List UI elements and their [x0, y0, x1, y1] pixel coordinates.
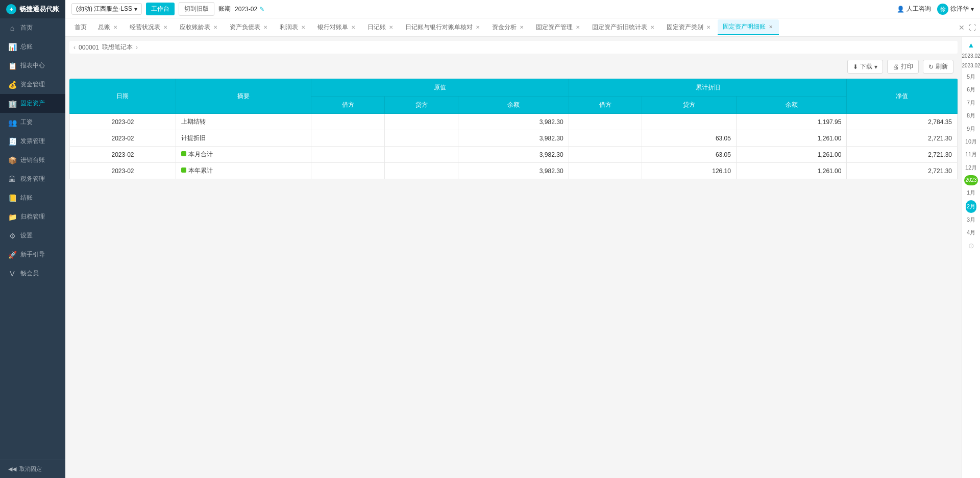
tab-operations-close[interactable]: ✕	[162, 24, 168, 31]
scroll-up-button[interactable]: ▲	[966, 39, 977, 51]
cell-orig-credit	[385, 130, 458, 147]
month-item-5月[interactable]: 5月	[964, 70, 978, 83]
cell-dep-balance: 1,261.00	[736, 163, 847, 179]
col-dep-debit: 借方	[569, 97, 642, 114]
tab-balance-sheet-close[interactable]: ✕	[262, 24, 268, 31]
sidebar-item-7[interactable]: 📦进销台账	[0, 151, 65, 170]
sidebar-item-13[interactable]: V畅会员	[0, 264, 65, 283]
sidebar-item-10[interactable]: 📁归档管理	[0, 207, 65, 226]
table-row: 2023-02 上期结转 3,982.30 1,197.95 2,784.35	[70, 114, 958, 130]
summary-tag	[181, 151, 186, 156]
help-button[interactable]: 👤 人工咨询	[897, 5, 931, 13]
tab-fa-management[interactable]: 固定资产管理 ✕	[531, 20, 586, 35]
month-2023-item-4月[interactable]: 4月	[964, 226, 978, 239]
tab-journal-close[interactable]: ✕	[388, 24, 394, 31]
sidebar-item-8[interactable]: 🏛税务管理	[0, 170, 65, 188]
tab-fa-detail-close[interactable]: ✕	[768, 23, 774, 30]
detail-table: 日期 摘要 原值 累计折旧 净值 借方 贷方 余额 借方 贷方 余额	[69, 79, 958, 179]
main-area: (勿动) 江西服垒-LSS ▾ 工作台 切到旧版 账期 2023-02 ✎ 👤 …	[65, 0, 980, 478]
sidebar-nav: ⌂首页📊总账📋报表中心💰资金管理🏢固定资产👥工资🧾发票管理📦进销台账🏛税务管理📒…	[0, 18, 65, 460]
tab-ar-aging-close[interactable]: ✕	[212, 24, 218, 31]
month-item-11月[interactable]: 11月	[964, 148, 978, 161]
workbench-button[interactable]: 工作台	[146, 3, 175, 15]
tab-income-close[interactable]: ✕	[300, 24, 306, 31]
edit-period-icon[interactable]: ✎	[259, 6, 264, 13]
month-2023-item-3月[interactable]: 3月	[964, 213, 978, 226]
sidebar-label-6: 发票管理	[20, 137, 45, 146]
cell-orig-debit	[311, 130, 385, 147]
month-item-8月[interactable]: 8月	[964, 109, 978, 122]
cell-date: 2023-02	[70, 147, 176, 163]
month-item-9月[interactable]: 9月	[964, 123, 978, 135]
tab-fa-detail[interactable]: 固定资产明细账 ✕	[718, 19, 779, 35]
sidebar-item-2[interactable]: 📋报表中心	[0, 56, 65, 75]
month-2023-item-2月[interactable]: 2月	[966, 200, 976, 213]
tab-bank-statement[interactable]: 银行对账单 ✕	[312, 20, 361, 35]
month-item-10月[interactable]: 10月	[964, 135, 978, 148]
tab-balance-sheet[interactable]: 资产负债表 ✕	[225, 20, 274, 35]
user-avatar: 徐	[937, 4, 948, 15]
tab-ledger-close[interactable]: ✕	[112, 24, 118, 31]
cell-dep-balance: 1,261.00	[736, 130, 847, 147]
sidebar-label-10: 归档管理	[20, 212, 45, 221]
right-panel-date-2: 2023.02	[962, 61, 980, 70]
tab-income[interactable]: 利润表 ✕	[275, 20, 311, 35]
month-item-12月[interactable]: 12月	[964, 161, 978, 174]
breadcrumb-forward-arrow[interactable]: ›	[136, 44, 138, 51]
sidebar-icon-0: ⌂	[8, 24, 16, 32]
tab-fa-category-close[interactable]: ✕	[705, 24, 712, 31]
sidebar-item-5[interactable]: 👥工资	[0, 113, 65, 132]
tab-fa-management-close[interactable]: ✕	[575, 24, 581, 31]
print-button[interactable]: 🖨 打印	[887, 60, 919, 74]
breadcrumb-asset-name: 联想笔记本	[102, 43, 133, 52]
unpin-button[interactable]: ◀◀ 取消固定	[0, 460, 65, 478]
download-button[interactable]: ⬇ 下载 ▾	[847, 60, 883, 74]
sidebar-label-2: 报表中心	[20, 61, 45, 70]
tab-fa-depreciation-close[interactable]: ✕	[649, 24, 655, 31]
period-value: 2023-02 ✎	[235, 6, 264, 13]
tab-bank-reconcile-close[interactable]: ✕	[475, 24, 481, 31]
tab-home[interactable]: 首页	[69, 20, 92, 35]
tab-operations[interactable]: 经营状况表 ✕	[125, 20, 174, 35]
tab-journal[interactable]: 日记账 ✕	[362, 20, 399, 35]
tab-ar-aging[interactable]: 应收账龄表 ✕	[175, 20, 224, 35]
breadcrumb-back-arrow[interactable]: ‹	[74, 44, 76, 51]
tab-close-all-icon[interactable]: ✕	[959, 23, 965, 32]
tab-fund-analysis[interactable]: 资金分析 ✕	[487, 20, 530, 35]
sidebar-item-0[interactable]: ⌂首页	[0, 18, 65, 37]
old-version-button[interactable]: 切到旧版	[179, 2, 214, 16]
period-label: 账期	[218, 5, 231, 13]
sidebar-icon-13: V	[8, 270, 16, 278]
tab-fund-analysis-close[interactable]: ✕	[519, 24, 525, 31]
tab-bank-statement-close[interactable]: ✕	[350, 24, 356, 31]
months-top: 5月6月7月8月9月10月11月12月	[964, 70, 978, 174]
sidebar-item-6[interactable]: 🧾发票管理	[0, 132, 65, 151]
month-item-6月[interactable]: 6月	[964, 83, 978, 96]
sidebar-item-9[interactable]: 📒结账	[0, 188, 65, 207]
tab-fa-category[interactable]: 固定资产类别 ✕	[662, 20, 717, 35]
col-dep-balance: 余额	[736, 97, 847, 114]
sidebar-icon-3: 💰	[8, 81, 16, 89]
top-header: (勿动) 江西服垒-LSS ▾ 工作台 切到旧版 账期 2023-02 ✎ 👤 …	[65, 0, 980, 18]
cell-net-value: 2,721.30	[847, 147, 958, 163]
tab-ledger[interactable]: 总账 ✕	[93, 20, 124, 35]
user-menu[interactable]: 徐 徐泽华 ▾	[937, 4, 974, 15]
company-name: (勿动) 江西服垒-LSS	[76, 5, 132, 13]
sidebar-item-3[interactable]: 💰资金管理	[0, 75, 65, 94]
sidebar-item-12[interactable]: 🚀新手引导	[0, 245, 65, 264]
refresh-button[interactable]: ↻ 刷新	[923, 60, 953, 74]
sidebar-item-11[interactable]: ⚙设置	[0, 226, 65, 245]
sidebar-item-4[interactable]: 🏢固定资产	[0, 94, 65, 113]
tab-bank-reconcile[interactable]: 日记账与银行对账单核对 ✕	[400, 20, 486, 35]
month-item-7月[interactable]: 7月	[964, 97, 978, 109]
company-selector[interactable]: (勿动) 江西服垒-LSS ▾	[71, 3, 142, 15]
col-orig-debit: 借方	[311, 97, 385, 114]
tab-fa-depreciation[interactable]: 固定资产折旧统计表 ✕	[587, 20, 660, 35]
month-2023-item-1月[interactable]: 1月	[964, 186, 978, 199]
scroll-indicator: ⊙	[967, 240, 975, 252]
sidebar-item-1[interactable]: 📊总账	[0, 37, 65, 56]
tab-expand-icon[interactable]: ⛶	[969, 23, 976, 32]
tab-bar: 首页 总账 ✕ 经营状况表 ✕ 应收账龄表 ✕ 资产负债表 ✕ 利润表 ✕ 银行…	[65, 18, 980, 37]
content-area: ‹ 000001 联想笔记本 › ⬇ 下载 ▾ 🖨 打印 ↻ 刷新	[65, 37, 980, 478]
cell-orig-balance: 3,982.30	[458, 147, 569, 163]
